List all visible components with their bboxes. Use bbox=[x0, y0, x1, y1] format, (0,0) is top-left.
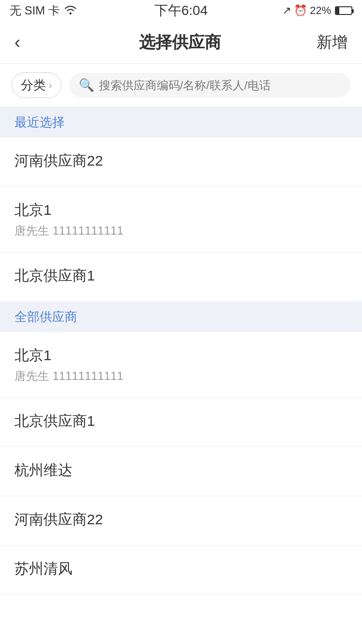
back-button[interactable]: ‹ bbox=[14, 32, 43, 53]
item-contact: 唐先生 11111111111 bbox=[14, 223, 348, 238]
list-item[interactable]: 河南供应商22 bbox=[0, 138, 362, 187]
item-name: 北京1 bbox=[14, 200, 348, 220]
item-name: 苏州清风 bbox=[14, 559, 348, 579]
item-name: 杭州维达 bbox=[14, 461, 348, 480]
status-right: ↗ ⏰ 22% bbox=[282, 4, 352, 17]
page-title: 选择供应商 bbox=[139, 31, 221, 54]
list-item[interactable]: 河南供应商22 bbox=[0, 496, 362, 546]
status-left: 无 SIM 卡 bbox=[10, 3, 77, 18]
alarm-icon: ⏰ bbox=[294, 4, 307, 17]
all-section-header: 全部供应商 bbox=[0, 302, 362, 332]
search-input[interactable] bbox=[99, 79, 341, 92]
recent-section-header: 最近选择 bbox=[0, 107, 362, 138]
wifi-icon bbox=[64, 4, 77, 17]
add-button[interactable]: 新增 bbox=[317, 32, 348, 53]
category-button[interactable]: 分类 › bbox=[12, 72, 61, 98]
nav-bar: ‹ 选择供应商 新增 bbox=[0, 21, 362, 64]
recent-list: 河南供应商22北京1唐先生 11111111111北京供应商1 bbox=[0, 138, 362, 302]
item-name: 北京供应商1 bbox=[14, 411, 348, 431]
status-bar: 无 SIM 卡 下午6:04 ↗ ⏰ 22% bbox=[0, 0, 362, 21]
filter-bar: 分类 › 🔍 bbox=[0, 64, 362, 107]
category-label: 分类 bbox=[21, 77, 46, 94]
list-item[interactable]: 北京供应商1 bbox=[0, 398, 362, 447]
list-item[interactable]: 北京1唐先生 11111111111 bbox=[0, 332, 362, 398]
search-icon: 🔍 bbox=[79, 78, 94, 93]
chevron-right-icon: › bbox=[49, 80, 52, 91]
all-list: 北京1唐先生 11111111111北京供应商1杭州维达河南供应商22苏州清风 bbox=[0, 332, 362, 595]
status-time: 下午6:04 bbox=[154, 1, 208, 20]
location-icon: ↗ bbox=[282, 4, 291, 17]
list-item[interactable]: 杭州维达 bbox=[0, 447, 362, 496]
list-item[interactable]: 苏州清风 bbox=[0, 546, 362, 595]
item-name: 河南供应商22 bbox=[14, 510, 348, 530]
battery-icon bbox=[335, 6, 352, 15]
item-name: 河南供应商22 bbox=[14, 151, 348, 171]
item-contact: 唐先生 11111111111 bbox=[14, 368, 348, 384]
battery-label: 22% bbox=[310, 4, 331, 17]
list-item[interactable]: 北京供应商1 bbox=[0, 252, 362, 302]
item-name: 北京供应商1 bbox=[14, 266, 348, 286]
item-name: 北京1 bbox=[14, 346, 348, 365]
carrier-label: 无 SIM 卡 bbox=[10, 3, 60, 18]
list-item[interactable]: 北京1唐先生 11111111111 bbox=[0, 187, 362, 252]
search-box: 🔍 bbox=[69, 73, 350, 98]
